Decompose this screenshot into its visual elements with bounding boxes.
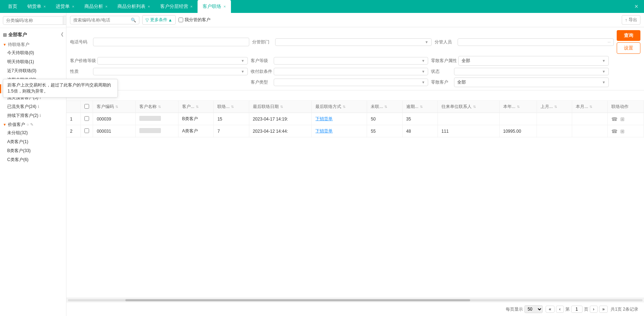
- payment-select[interactable]: ▼: [274, 68, 428, 75]
- first-page-button[interactable]: «: [546, 306, 555, 313]
- table-wrapper[interactable]: 客户编码 ⇅ 客户名称 ⇅: [66, 101, 644, 298]
- nav-item-product-analysis[interactable]: 商品分析 ×: [79, 0, 112, 13]
- prev-page-button[interactable]: ‹: [556, 306, 564, 313]
- edit-icon[interactable]: ○ ✎: [27, 122, 33, 127]
- price-level-chevron: ▼: [241, 59, 245, 63]
- col-index: [66, 101, 81, 113]
- action-more-2[interactable]: ⊞: [620, 128, 625, 134]
- my-customer-check[interactable]: [179, 18, 183, 22]
- sort-last-date-icon[interactable]: ⇅: [280, 105, 283, 109]
- row-checkbox-1[interactable]: [84, 116, 89, 121]
- filter-search-box: 🔍: [70, 16, 139, 24]
- manager-select[interactable]: ···: [458, 38, 614, 46]
- sort-overdue-icon[interactable]: ⇅: [420, 105, 423, 109]
- last-method-link-2[interactable]: 下销货单: [315, 128, 333, 133]
- my-customer-checkbox[interactable]: 我分管的客户: [179, 17, 210, 23]
- sort-this-month-icon[interactable]: ⇅: [589, 105, 592, 109]
- sort-contact-icon[interactable]: ⇅: [231, 105, 234, 109]
- select-all-checkbox[interactable]: [84, 104, 89, 109]
- next-page-button[interactable]: ›: [590, 306, 598, 313]
- cell-contact-2: 7: [214, 125, 249, 137]
- sort-year-icon[interactable]: ⇅: [517, 105, 520, 109]
- customer-type-select[interactable]: ▼: [274, 79, 428, 86]
- collapse-icon[interactable]: 《: [59, 32, 63, 38]
- filter-search-input[interactable]: [73, 16, 131, 24]
- close-customer-tier-icon[interactable]: ×: [190, 4, 193, 9]
- nav-item-customer-tier[interactable]: 客户分层经营 ×: [155, 0, 198, 13]
- status-select[interactable]: ▼: [454, 68, 609, 75]
- table-header-row: 客户编码 ⇅ 客户名称 ⇅: [66, 101, 644, 113]
- close-purchase-icon[interactable]: ×: [72, 4, 74, 9]
- close-product-list-icon[interactable]: ×: [148, 4, 150, 9]
- filter-more-button[interactable]: ▽ 更多条件 ▲: [142, 15, 176, 25]
- sort-name-icon[interactable]: ⇅: [158, 105, 161, 109]
- scattered-attr-select[interactable]: 全部 ▼: [458, 56, 609, 66]
- cell-checkbox-2: [81, 125, 93, 137]
- sidebar-search-input[interactable]: [3, 16, 63, 25]
- sidebar-item-churned[interactable]: 已流失客户(24) ℹ: [0, 102, 66, 111]
- last-page-button[interactable]: »: [599, 306, 608, 313]
- sidebar-item-class-c[interactable]: C类客户(6): [0, 155, 66, 164]
- filter-scattered-customer: 零散客户 全部 ▼: [431, 77, 609, 87]
- export-button[interactable]: ↑ 导出: [622, 15, 640, 25]
- row-checkbox-2[interactable]: [84, 128, 89, 133]
- nature-select[interactable]: ▼: [93, 68, 248, 75]
- query-button[interactable]: 查询: [617, 30, 640, 41]
- sidebar-group-pending[interactable]: ▼ 待联络客户: [0, 40, 66, 48]
- sort-uncontacted-icon[interactable]: ⇅: [384, 105, 387, 109]
- horizontal-scrollbar[interactable]: [66, 298, 644, 302]
- action-more-1[interactable]: ⊞: [620, 116, 625, 122]
- nav-item-sales[interactable]: 销货单 ×: [22, 0, 51, 13]
- cell-index-1: 1: [66, 113, 81, 125]
- filter-row-4: ··· 客户类型 ▼ 零散客户 全部 ▼: [70, 77, 640, 87]
- sidebar-item-7days[interactable]: 近7天待联络(0): [0, 66, 66, 75]
- table-area: ⚙ 客户编码 ⇅: [66, 90, 644, 316]
- filter-search-icon[interactable]: 🔍: [131, 18, 136, 23]
- action-call-1[interactable]: ☎: [611, 116, 617, 122]
- sort-last-month-icon[interactable]: ⇅: [554, 105, 557, 109]
- scroll-thumb[interactable]: [125, 299, 470, 301]
- sidebar-item-class-a[interactable]: A类客户(1): [0, 137, 66, 146]
- sort-code-icon[interactable]: ⇅: [115, 105, 118, 109]
- sidebar-group-value[interactable]: ▼ 价值客户 ○ ✎: [0, 120, 66, 128]
- per-page-select[interactable]: 20 50 100: [524, 305, 543, 313]
- scattered-attr-label: 零散客户属性: [431, 58, 457, 64]
- sort-last-method-icon[interactable]: ⇅: [343, 105, 346, 109]
- cell-unit-contact-1: [438, 113, 500, 125]
- sidebar-all-customers[interactable]: ⊞ 全部客户 《: [0, 29, 66, 40]
- dept-chevron: ▼: [425, 40, 428, 44]
- sidebar-item-declining[interactable]: 持续下滑客户(2) ℹ: [0, 111, 66, 120]
- sidebar-item-tomorrow[interactable]: 明天待联络(1): [0, 57, 66, 66]
- nav-item-customer-contact[interactable]: 客户联络 ×: [198, 0, 231, 13]
- last-method-link-1[interactable]: 下销货单: [315, 116, 333, 121]
- nav-item-home[interactable]: 首页: [3, 0, 22, 13]
- setting-button[interactable]: 设置: [617, 42, 640, 54]
- sidebar-item-ungroup[interactable]: 未分组(32): [0, 128, 66, 137]
- filter-row-2: 客户价格等级 ▼ 客户等级 ▼ 零散客户属性 全部: [70, 56, 640, 66]
- manager-label: 分管人员: [435, 39, 456, 45]
- customer-level-select[interactable]: ▼: [274, 57, 428, 65]
- sidebar-search-button[interactable]: 🔍: [63, 16, 66, 25]
- phone-input[interactable]: [93, 38, 249, 46]
- filter-row-3: 性质 ▼ 收付款条件 ▼ 状态: [70, 68, 640, 75]
- dept-select[interactable]: ▼: [275, 38, 431, 46]
- nav-item-purchase[interactable]: 进货单 ×: [51, 0, 79, 13]
- price-level-select[interactable]: ▼: [97, 57, 248, 65]
- window-close-button[interactable]: ×: [631, 3, 641, 10]
- filter-status: 状态 ▼: [431, 68, 609, 75]
- sidebar-item-today[interactable]: 今天待联络(0): [0, 48, 66, 57]
- close-product-analysis-icon[interactable]: ×: [105, 4, 107, 9]
- sidebar-item-class-b[interactable]: B类客户(33): [0, 146, 66, 155]
- col-last-method: 最后联络方式 ⇅: [312, 101, 367, 113]
- sort-level-icon[interactable]: ⇅: [196, 105, 199, 109]
- action-call-2[interactable]: ☎: [611, 128, 617, 134]
- price-level-label: 客户价格等级: [70, 58, 96, 64]
- close-customer-contact-icon[interactable]: ×: [223, 4, 226, 9]
- page-number-input[interactable]: [571, 306, 583, 313]
- cell-overdue-2: 48: [402, 125, 437, 137]
- scattered-customer-select[interactable]: 全部 ▼: [454, 77, 609, 87]
- cell-uncontacted-1: 50: [367, 113, 402, 125]
- close-sales-icon[interactable]: ×: [43, 4, 46, 9]
- nav-item-product-list[interactable]: 商品分析列表 ×: [112, 0, 155, 13]
- sort-unit-icon[interactable]: ⇅: [473, 105, 476, 109]
